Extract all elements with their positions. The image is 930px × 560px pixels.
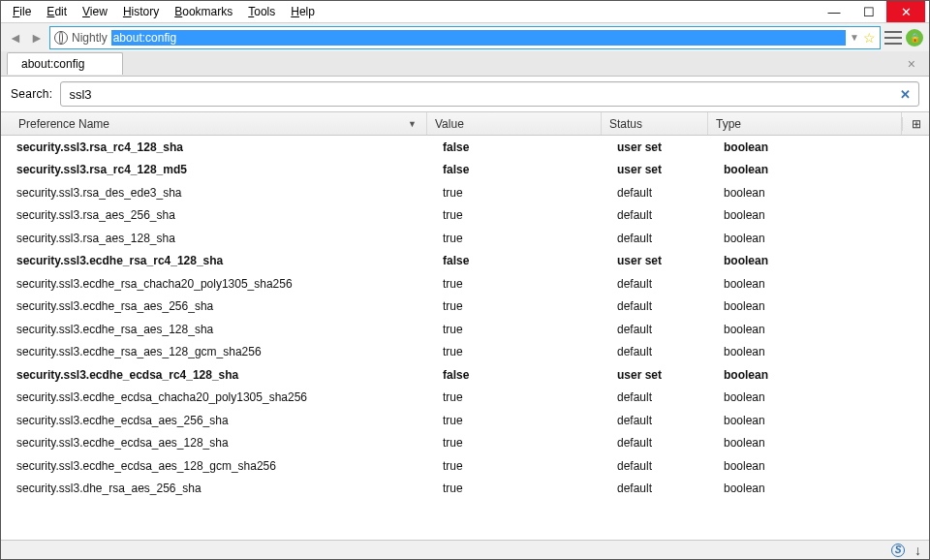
menu-file[interactable]: File	[5, 3, 39, 20]
table-row[interactable]: security.ssl3.ecdhe_ecdsa_aes_128_gcm_sh…	[1, 454, 929, 478]
table-row[interactable]: security.ssl3.rsa_aes_128_shatruedefault…	[1, 227, 929, 250]
menu-tools[interactable]: Tools	[240, 3, 283, 20]
pref-name: security.ssl3.ecdhe_ecdsa_rc4_128_sha	[1, 368, 427, 382]
pref-status: default	[602, 345, 708, 358]
table-row[interactable]: security.ssl3.dhe_rsa_aes_256_shatruedef…	[1, 478, 929, 501]
pref-type: boolean	[708, 163, 929, 176]
table-header: Preference Name ▼ Value Status Type ⊞	[1, 112, 929, 136]
minimize-button[interactable]: —	[817, 1, 852, 22]
pref-name: security.ssl3.ecdhe_rsa_aes_256_sha	[1, 299, 427, 313]
pref-value: false	[427, 163, 602, 176]
pref-name: security.ssl3.rsa_des_ede3_sha	[1, 186, 427, 200]
pref-value: true	[427, 345, 602, 358]
menu-view[interactable]: View	[75, 3, 115, 20]
column-header-name[interactable]: Preference Name ▼	[11, 112, 427, 135]
pref-status: default	[602, 390, 708, 404]
pref-name: security.ssl3.dhe_rsa_aes_256_sha	[1, 482, 427, 495]
bookmark-star-icon[interactable]: ☆	[863, 30, 876, 46]
pref-status: default	[602, 232, 708, 245]
pref-name: security.ssl3.rsa_aes_128_sha	[1, 232, 427, 245]
pref-value: true	[427, 299, 602, 313]
menu-bookmarks[interactable]: Bookmarks	[167, 3, 240, 20]
table-row[interactable]: security.ssl3.ecdhe_ecdsa_aes_128_shatru…	[1, 432, 929, 455]
maximize-button[interactable]: ☐	[852, 1, 886, 22]
download-arrow-icon[interactable]: ↓	[914, 543, 921, 558]
search-box[interactable]: ✕	[60, 81, 919, 107]
pref-value: true	[427, 232, 602, 245]
security-badge-icon[interactable]: 🔒	[906, 29, 923, 47]
close-window-button[interactable]: ✕	[886, 1, 925, 22]
table-row[interactable]: security.ssl3.ecdhe_rsa_aes_256_shatrued…	[1, 296, 929, 319]
pref-status: default	[602, 299, 708, 313]
clear-search-icon[interactable]: ✕	[900, 87, 911, 102]
pref-value: true	[427, 277, 602, 291]
pref-type: boolean	[708, 323, 929, 336]
table-row[interactable]: security.ssl3.ecdhe_rsa_rc4_128_shafalse…	[1, 250, 929, 273]
column-header-value[interactable]: Value	[427, 112, 602, 135]
pref-type: boolean	[708, 482, 929, 495]
table-row[interactable]: security.ssl3.rsa_des_ede3_shatruedefaul…	[1, 181, 929, 204]
menu-history[interactable]: History	[115, 3, 167, 20]
menu-button[interactable]	[884, 30, 902, 46]
table-row[interactable]: security.ssl3.ecdhe_ecdsa_chacha20_poly1…	[1, 387, 929, 410]
pref-type: boolean	[708, 299, 929, 313]
pref-type: boolean	[708, 232, 929, 245]
tab-bar: about:config ×	[1, 51, 929, 77]
pref-value: true	[427, 186, 602, 200]
urlbar-dropdown-icon[interactable]: ▼	[850, 32, 859, 43]
window-controls: — ☐ ✕	[817, 1, 925, 22]
pref-name: security.ssl3.ecdhe_ecdsa_aes_128_sha	[1, 436, 427, 450]
identity-label: Nightly	[72, 31, 108, 45]
column-picker-icon[interactable]: ⊞	[902, 117, 929, 131]
pref-status: default	[602, 436, 708, 450]
table-row[interactable]: security.ssl3.ecdhe_ecdsa_aes_256_shatru…	[1, 409, 929, 432]
tab-close-button[interactable]: ×	[900, 56, 923, 72]
pref-value: false	[427, 368, 602, 382]
search-input[interactable]	[69, 87, 900, 102]
pref-status: user set	[602, 368, 708, 382]
table-row[interactable]: security.ssl3.ecdhe_rsa_chacha20_poly130…	[1, 272, 929, 296]
pref-name: security.ssl3.ecdhe_ecdsa_chacha20_poly1…	[1, 390, 427, 404]
pref-value: true	[427, 414, 602, 427]
pref-value: false	[427, 140, 602, 154]
pref-name: security.ssl3.ecdhe_rsa_aes_128_gcm_sha2…	[1, 345, 427, 358]
table-row[interactable]: security.ssl3.rsa_aes_256_shatruedefault…	[1, 204, 929, 228]
column-header-name-label: Preference Name	[18, 117, 109, 131]
pref-name: security.ssl3.ecdhe_ecdsa_aes_256_sha	[1, 414, 427, 427]
pref-type: boolean	[708, 277, 929, 291]
pref-value: true	[427, 482, 602, 495]
identity-box[interactable]: Nightly	[54, 31, 108, 45]
menu-edit[interactable]: Edit	[39, 3, 75, 20]
column-header-type[interactable]: Type	[708, 112, 902, 135]
script-status-icon[interactable]: S	[891, 544, 905, 557]
pref-status: user set	[602, 163, 708, 176]
table-row[interactable]: security.ssl3.rsa_rc4_128_md5falseuser s…	[1, 159, 929, 182]
pref-status: default	[602, 482, 708, 495]
tab-about-config[interactable]: about:config	[7, 52, 123, 75]
table-row[interactable]: security.ssl3.rsa_rc4_128_shafalseuser s…	[1, 136, 929, 159]
url-bar[interactable]: Nightly about:config ▼ ☆	[49, 26, 881, 49]
globe-icon	[54, 31, 68, 45]
pref-type: boolean	[708, 436, 929, 450]
menu-help[interactable]: Help	[283, 3, 323, 20]
pref-value: true	[427, 436, 602, 450]
preferences-table: Preference Name ▼ Value Status Type ⊞ se…	[1, 111, 929, 540]
sort-indicator-icon: ▼	[408, 119, 417, 129]
pref-name: security.ssl3.rsa_aes_256_sha	[1, 208, 427, 222]
column-header-status[interactable]: Status	[602, 112, 708, 135]
back-button[interactable]: ◄	[7, 29, 24, 47]
pref-type: boolean	[708, 254, 929, 267]
pref-status: default	[602, 459, 708, 473]
pref-type: boolean	[708, 208, 929, 222]
pref-type: boolean	[708, 368, 929, 382]
url-text[interactable]: about:config	[111, 30, 846, 46]
pref-type: boolean	[708, 345, 929, 358]
table-body[interactable]: security.ssl3.rsa_rc4_128_shafalseuser s…	[1, 136, 929, 540]
pref-type: boolean	[708, 414, 929, 427]
table-row[interactable]: security.ssl3.ecdhe_ecdsa_rc4_128_shafal…	[1, 363, 929, 387]
table-row[interactable]: security.ssl3.ecdhe_rsa_aes_128_gcm_sha2…	[1, 341, 929, 364]
pref-status: user set	[602, 140, 708, 154]
table-row[interactable]: security.ssl3.ecdhe_rsa_aes_128_shatrued…	[1, 318, 929, 341]
menubar: FileEditViewHistoryBookmarksToolsHelp — …	[1, 1, 929, 22]
forward-button[interactable]: ►	[28, 29, 46, 47]
